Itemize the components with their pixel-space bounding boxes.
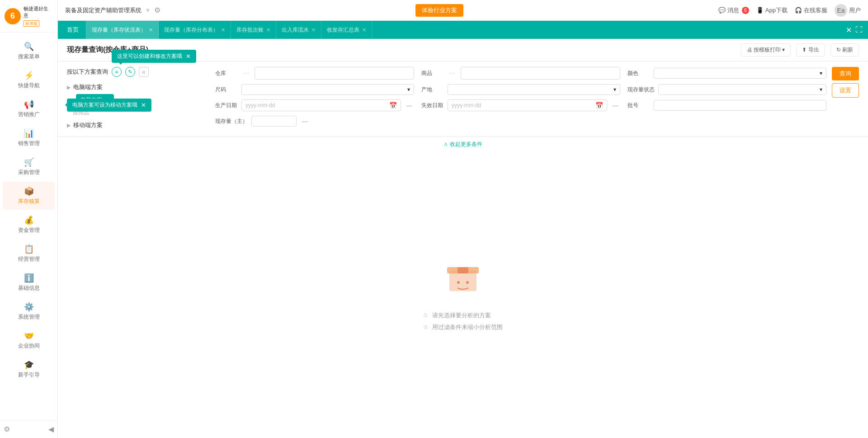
tab-summary-close[interactable]: ✕ [362,27,366,33]
sidebar-item-search[interactable]: 🔍 搜索菜单 [3,37,55,65]
produce-date-separator: — [405,102,414,109]
svg-point-4 [466,281,469,284]
print-btn[interactable]: 🖨 按模板打印 ▾ [741,43,791,57]
sidebar-item-basic[interactable]: ℹ️ 基础信息 [3,268,55,297]
tab-maximize-btn[interactable]: ⛶ [855,26,863,34]
filter-product: 商品 ··· [421,67,620,80]
stock-status-select[interactable]: ▾ [658,84,826,95]
empty-state: ① 请先选择要分析的方案 ② 用过滤条件来缩小分析范围 [58,152,868,438]
expire-date-start[interactable]: yyyy-mm-dd 📅 [448,99,607,111]
app-download-btn[interactable]: 📱 App下载 [756,6,788,14]
newbie-icon: 🎓 [24,360,34,370]
sidebar-logo: 6 畅捷通好生意 标准版 [0,0,57,33]
filter-row-1: 仓库 ··· 商品 ··· 颜色 [215,67,826,80]
sidebar-settings-btn[interactable]: ⚙ [4,425,10,433]
tab-inventory-status-label: 现存量（库存状况表） [92,26,146,34]
mobile-arrow-icon: ▶ [67,122,71,128]
refresh-btn[interactable]: ↻ 刷新 [830,43,859,57]
filter-header: 按以下方案查询 + 这里可以创建和修改方案哦 ✕ ✎ « [67,67,203,77]
top-header-left: 装备及固定资产辅助管理系统 ▾ ⚙ [65,6,160,14]
warehouse-input[interactable] [255,67,414,80]
filter-edit-btn[interactable]: ✎ [125,67,135,77]
sidebar-collapse-btn[interactable]: ◀ [48,425,54,433]
tab-inventory-status-close[interactable]: ✕ [149,27,153,33]
produce-date-start[interactable]: yyyy-mm-dd 📅 [241,99,401,111]
filter-batch: 批号 [627,100,826,111]
filter-arrow-btn[interactable]: « [139,67,149,77]
tab-flow[interactable]: 出入库流水 ✕ [276,21,321,39]
sidebar-item-system-label: 系统管理 [18,313,40,321]
inventory-icon: 📦 [24,186,34,196]
filter-color: 颜色 ▾ [627,68,826,79]
size-select[interactable]: ▾ [241,84,414,95]
sidebar-item-newbie-label: 新手引导 [18,371,40,379]
filter-collapse-btn[interactable]: ∧ 收起更多条件 [58,137,868,152]
expire-date-placeholder: yyyy-mm-dd [452,102,481,108]
tab-batch[interactable]: 库存批次账 ✕ [231,21,276,39]
tab-flow-close[interactable]: ✕ [311,27,316,33]
scheme-tree-pc[interactable]: ▶ 电脑端方案 [67,81,203,93]
tab-summary[interactable]: 收发存汇总表 ✕ [321,21,372,39]
color-select[interactable]: ▾ [654,68,826,79]
scheme-tree-mobile[interactable]: ▶ 移动端方案 [67,119,203,131]
message-btn[interactable]: 💬 消息 6 [718,6,749,14]
user-btn[interactable]: Ea 用户 [835,4,861,17]
tooltip-add-text: 这里可以创建和修改方案哦 [117,52,182,60]
system-settings-icon[interactable]: ⚙ [154,6,160,14]
marketing-icon: 📢 [24,99,34,109]
quick-icon: ⚡ [24,71,34,80]
sidebar-item-marketing[interactable]: 📢 营销推广 [3,95,55,123]
batch-input[interactable] [654,100,826,111]
empty-text: ① 请先选择要分析的方案 ② 用过滤条件来缩小分析范围 [423,310,503,333]
sidebar-item-inventory[interactable]: 📦 库存核算 [3,182,55,210]
experience-btn[interactable]: 体验行业方案 [415,4,463,17]
tab-home-label: 首页 [67,26,79,34]
tab-inventory-dist-close[interactable]: ✕ [221,27,225,33]
sidebar-item-sales[interactable]: 📊 销售管理 [3,124,55,152]
sidebar-item-enterprise[interactable]: 🤝 企业协同 [3,326,55,354]
online-service-btn[interactable]: 🎧 在线客服 [795,6,827,14]
export-btn[interactable]: ⬆ 导出 [796,43,825,57]
tab-minimize-btn[interactable]: ✕ [846,26,852,34]
sidebar-item-quick[interactable]: ⚡ 快捷导航 [3,66,55,94]
filter-stock-qty: 现存量（主） — [215,116,310,127]
tooltip-add-close[interactable]: ✕ [186,53,191,60]
query-btn[interactable]: 查询 [832,67,859,80]
tab-batch-close[interactable]: ✕ [266,27,270,33]
tab-home[interactable]: 首页 [60,21,86,39]
stock-qty-start[interactable] [251,116,297,127]
size-label: 尺码 [215,86,238,94]
expire-date-icon: 📅 [595,102,603,109]
stock-status-dropdown-icon: ▾ [820,86,822,93]
sidebar-item-operation[interactable]: 📋 经营管理 [3,240,55,268]
sidebar-item-purchase[interactable]: 🛒 采购管理 [3,153,55,181]
user-label: 用户 [849,6,861,14]
mobile-icon: 📱 [756,7,764,14]
sidebar-item-newbie[interactable]: 🎓 新手引导 [3,355,55,383]
filter-add-btn[interactable]: + [112,67,122,77]
origin-label: 产地 [421,86,444,94]
size-dropdown-icon: ▾ [407,86,410,93]
refresh-btn-label: 刷新 [842,47,853,53]
stock-qty-label: 现存量（主） [215,118,248,125]
tab-inventory-dist-label: 现存量（库存分布表） [164,26,218,34]
set-btn[interactable]: 设置 [832,83,859,98]
sidebar-item-enterprise-label: 企业协同 [18,342,40,350]
brand-name: 畅捷通好生意 [24,5,53,19]
avatar: Ea [835,4,847,17]
origin-select[interactable]: ▾ [448,84,620,95]
filter-left: 按以下方案查询 + 这里可以创建和修改方案哦 ✕ ✎ « [67,67,203,131]
color-dropdown-icon: ▾ [820,70,822,76]
warehouse-label: 仓库 [215,70,238,77]
product-input[interactable] [461,67,620,80]
product-dots[interactable]: ··· [448,67,457,79]
main-content: 装备及固定资产辅助管理系统 ▾ ⚙ 体验行业方案 💬 消息 6 📱 App下载 … [58,0,868,438]
sidebar-item-finance[interactable]: 💰 资金管理 [3,211,55,239]
warehouse-dots[interactable]: ··· [241,67,251,79]
tooltip-scheme-close[interactable]: ✕ [141,102,146,108]
tab-inventory-status[interactable]: 现存量（库存状况表） ✕ [86,21,159,39]
sidebar-item-system[interactable]: ⚙️ 系统管理 [3,297,55,325]
sidebar-item-finance-label: 资金管理 [18,226,40,234]
system-dropdown-icon[interactable]: ▾ [146,6,150,14]
tab-inventory-dist[interactable]: 现存量（库存分布表） ✕ [159,21,231,39]
